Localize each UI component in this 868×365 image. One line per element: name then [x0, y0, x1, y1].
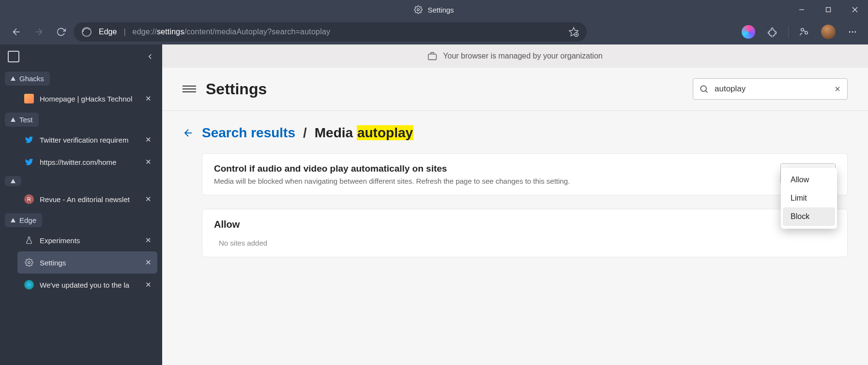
address-url: edge://settings/content/mediaAutoplay?se… — [133, 28, 331, 36]
vertical-tabs-sidebar: Ghacks Homepage | gHacks Technol ✕ Test … — [0, 44, 162, 365]
tab-close-button[interactable]: ✕ — [143, 236, 153, 245]
window-minimize-button[interactable] — [788, 0, 815, 19]
triangle-icon — [11, 117, 15, 122]
svg-point-15 — [28, 262, 30, 264]
svg-line-18 — [706, 91, 708, 93]
dropdown-option-block[interactable]: Block — [783, 207, 835, 226]
tab-title: Revue - An editorial newslet — [40, 195, 137, 204]
tab-close-button[interactable]: ✕ — [143, 258, 153, 267]
autoplay-control-card: Control if audio and video play automati… — [202, 153, 848, 195]
card-title: Control if audio and video play automati… — [214, 163, 771, 174]
profile-avatar[interactable] — [820, 23, 837, 41]
tab-title: https://twitter.com/home — [40, 158, 137, 166]
search-clear-button[interactable] — [834, 85, 841, 93]
tab-close-button[interactable]: ✕ — [143, 195, 153, 204]
svg-rect-16 — [428, 54, 437, 60]
briefcase-icon — [427, 51, 437, 61]
tab-item[interactable]: Homepage | gHacks Technol ✕ — [17, 88, 157, 110]
tab-close-button[interactable]: ✕ — [143, 158, 153, 166]
empty-state-text: No sites added — [214, 239, 836, 247]
more-menu-icon[interactable] — [844, 23, 861, 41]
settings-search-box[interactable] — [693, 78, 848, 100]
tab-close-button[interactable]: ✕ — [143, 280, 153, 289]
account-link-icon[interactable] — [795, 23, 813, 41]
tab-group-label: Ghacks — [19, 74, 44, 83]
titlebar: Settings — [0, 0, 868, 19]
sidebar-collapse-icon[interactable] — [146, 52, 154, 61]
gear-favicon-icon — [24, 258, 34, 267]
org-managed-banner: Your browser is managed by your organiza… — [162, 44, 868, 68]
tab-group-edge[interactable]: Edge — [5, 213, 42, 227]
dropdown-option-allow[interactable]: Allow — [783, 171, 835, 189]
nav-forward-button[interactable] — [29, 22, 48, 42]
tab-group-label: Test — [19, 116, 33, 124]
edge-favicon-icon — [24, 280, 34, 290]
settings-header: Settings — [162, 68, 868, 111]
settings-menu-button[interactable] — [183, 84, 196, 94]
org-banner-text: Your browser is managed by your organiza… — [443, 52, 602, 60]
window-close-button[interactable] — [841, 0, 868, 19]
tab-group-test[interactable]: Test — [5, 113, 39, 127]
address-identity: Edge — [99, 28, 117, 36]
svg-point-12 — [849, 31, 851, 33]
svg-rect-2 — [826, 8, 830, 12]
svg-point-13 — [852, 31, 853, 33]
ghacks-favicon-icon — [24, 94, 34, 103]
breadcrumb-current: Media autoplay — [315, 125, 413, 141]
tab-close-button[interactable]: ✕ — [143, 94, 153, 103]
svg-point-0 — [417, 9, 420, 11]
tab-group-unnamed[interactable] — [5, 176, 21, 186]
favorite-star-icon[interactable] — [568, 27, 579, 37]
tab-close-button[interactable]: ✕ — [143, 135, 153, 144]
tab-item[interactable]: https://twitter.com/home ✕ — [17, 151, 157, 173]
allow-sites-card: Allow No sites added — [202, 209, 848, 257]
tab-title: Homepage | gHacks Technol — [40, 95, 137, 103]
autoplay-dropdown-menu: Allow Limit Block — [781, 168, 837, 229]
sidebar-toggle-icon[interactable] — [8, 51, 19, 62]
revue-favicon-icon: R — [24, 194, 34, 204]
tab-item[interactable]: We've updated you to the la ✕ — [17, 274, 157, 296]
window-title: Settings — [427, 6, 454, 14]
settings-search-input[interactable] — [715, 84, 828, 94]
tab-item[interactable]: Experiments ✕ — [17, 229, 157, 251]
window-maximize-button[interactable] — [815, 0, 841, 19]
settings-gear-icon — [414, 5, 423, 14]
dropdown-option-limit[interactable]: Limit — [783, 189, 835, 207]
tab-item-active[interactable]: Settings ✕ — [17, 251, 157, 274]
tab-title: Twitter verification requirem — [40, 136, 137, 144]
nav-back-button[interactable] — [7, 22, 26, 42]
card-subtitle: Media will be blocked when navigating be… — [214, 177, 771, 185]
edge-logo-icon — [81, 27, 92, 37]
twitter-favicon-icon — [24, 135, 34, 145]
triangle-icon — [11, 218, 15, 222]
tab-group-label: Edge — [19, 216, 36, 224]
twitter-favicon-icon — [24, 157, 34, 167]
card-title: Allow — [214, 219, 836, 230]
flask-favicon-icon — [24, 235, 34, 245]
tab-group-ghacks[interactable]: Ghacks — [5, 72, 50, 86]
tab-title: We've updated you to the la — [40, 281, 137, 289]
svg-point-5 — [82, 28, 91, 36]
svg-point-10 — [801, 29, 804, 31]
browser-toolbar: Edge | edge://settings/content/mediaAuto… — [0, 19, 868, 44]
tab-title: Experiments — [40, 236, 137, 245]
tab-item[interactable]: R Revue - An editorial newslet ✕ — [17, 188, 157, 210]
svg-point-14 — [854, 31, 856, 33]
breadcrumb-back-button[interactable] — [183, 127, 194, 139]
extensions-icon[interactable] — [764, 23, 781, 41]
search-icon — [699, 84, 709, 94]
settings-heading: Settings — [206, 80, 267, 98]
triangle-icon — [11, 179, 15, 183]
svg-point-17 — [700, 86, 706, 91]
nav-refresh-button[interactable] — [51, 22, 71, 42]
address-bar[interactable]: Edge | edge://settings/content/mediaAuto… — [74, 22, 587, 42]
triangle-icon — [11, 76, 15, 81]
breadcrumb: Search results / Media autoplay — [183, 125, 848, 141]
copilot-icon[interactable] — [740, 23, 757, 41]
tab-title: Settings — [40, 259, 137, 267]
settings-content: Your browser is managed by your organiza… — [162, 44, 868, 365]
breadcrumb-link[interactable]: Search results — [202, 125, 295, 141]
tab-item[interactable]: Twitter verification requirem ✕ — [17, 129, 157, 151]
